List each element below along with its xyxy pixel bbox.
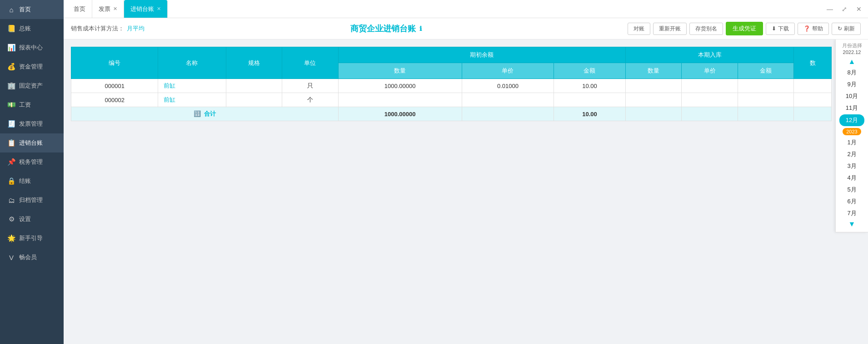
sidebar-item-label: 资金管理 — [19, 63, 43, 71]
cell-spec — [226, 79, 282, 93]
col-ib-price: 单价 — [682, 63, 738, 79]
sidebar-item-label: 报表中心 — [19, 44, 43, 52]
tab-invoice[interactable]: 发票 ✕ — [92, 0, 124, 18]
tab-inventory-close[interactable]: ✕ — [157, 6, 161, 12]
cost-method: 销售成本计算方法： 月平均 — [71, 25, 145, 33]
table-row: 000002 前缸 个 — [71, 93, 832, 107]
col-opening-balance: 期初余额 — [338, 47, 625, 63]
month-item-5[interactable]: 5月 — [836, 184, 868, 196]
col-ib-qty: 数量 — [625, 63, 682, 79]
total-ib-amount — [738, 107, 794, 121]
reconcile-button[interactable]: 对账 — [628, 23, 650, 35]
refresh-button[interactable]: ↻ 刷新 — [832, 23, 861, 35]
col-ob-amount: 金额 — [554, 63, 625, 79]
col-code: 编号 — [71, 47, 158, 79]
cost-method-label: 销售成本计算方法： — [71, 25, 124, 33]
total-ob-price — [462, 107, 554, 121]
minimize-button[interactable]: — — [824, 4, 835, 15]
year-2022-label: 2022.12 — [843, 49, 861, 55]
total-label: 🔢 合计 — [71, 107, 339, 121]
info-icon[interactable]: ℹ — [419, 25, 422, 32]
total-icon: 🔢 — [194, 110, 201, 117]
total-ib-qty — [625, 107, 682, 121]
sidebar-item-closing[interactable]: 🔒 结账 — [0, 172, 64, 191]
close-button[interactable]: ✕ — [853, 4, 864, 15]
sidebar-item-fund-management[interactable]: 💰 资金管理 — [0, 57, 64, 76]
generate-voucher-button[interactable]: 生成凭证 — [726, 22, 763, 35]
sidebar-item-label: 设置 — [19, 215, 31, 223]
month-item-11[interactable]: 11月 — [836, 102, 868, 114]
month-item-1[interactable]: 1月 — [836, 137, 868, 148]
tab-inventory[interactable]: 进销台账 ✕ — [124, 0, 168, 18]
cell-ob-qty — [338, 93, 462, 107]
sidebar-item-tax-management[interactable]: 📌 税务管理 — [0, 152, 64, 172]
cell-ib-amount — [738, 93, 794, 107]
sidebar-item-label: 首页 — [19, 5, 31, 14]
cell-qty3 — [794, 93, 832, 107]
sidebar-item-inventory[interactable]: 📋 进销台账 — [0, 133, 64, 152]
toolbar-actions: 对账 重新开账 存货别名 生成凭证 ⬇ 下载 ❓ 帮助 ↻ 刷新 — [628, 22, 861, 35]
name-link[interactable]: 前缸 — [164, 96, 175, 103]
sidebar-item-report-center[interactable]: 📊 报表中心 — [0, 38, 64, 57]
total-row: 🔢 合计 1000.00000 10.00 — [71, 107, 832, 121]
sidebar-item-label: 税务管理 — [19, 158, 43, 166]
page-title: 商贸企业进销台账 ℹ — [148, 23, 624, 34]
maximize-button[interactable]: ⤢ — [839, 4, 850, 15]
sidebar-item-general-ledger[interactable]: 📒 总账 — [0, 19, 64, 38]
sidebar-item-archive[interactable]: 🗂 归档管理 — [0, 191, 64, 210]
month-item-8[interactable]: 8月 — [836, 67, 868, 79]
total-ob-amount: 10.00 — [554, 107, 625, 121]
sidebar-item-guide[interactable]: 🌟 新手引导 — [0, 229, 64, 248]
cell-code: 000002 — [71, 93, 158, 107]
year-2023-badge: 2023 — [843, 128, 861, 135]
col-current-inbound: 本期入库 — [625, 47, 794, 63]
cell-name: 前缸 — [158, 79, 226, 93]
window-controls: — ⤢ ✕ — [824, 4, 864, 15]
tab-invoice-close[interactable]: ✕ — [113, 6, 117, 12]
month-item-4[interactable]: 4月 — [836, 172, 868, 184]
table-area: 编号 名称 规格 单位 期初余额 本期入库 数 数量 单价 金额 数 — [64, 39, 868, 344]
month-down-button[interactable]: ▼ — [848, 219, 857, 229]
report-icon: 📊 — [7, 44, 15, 52]
month-item-2[interactable]: 2月 — [836, 148, 868, 160]
tab-home[interactable]: 首页 — [67, 0, 92, 18]
month-item-6[interactable]: 6月 — [836, 196, 868, 207]
name-link[interactable]: 前缸 — [164, 82, 175, 89]
sidebar-item-settings[interactable]: ⚙ 设置 — [0, 210, 64, 229]
sidebar-item-label: 发票管理 — [19, 120, 43, 128]
month-item-9[interactable]: 9月 — [836, 79, 868, 90]
cell-code: 000001 — [71, 79, 158, 93]
inventory-table: 编号 名称 规格 单位 期初余额 本期入库 数 数量 单价 金额 数 — [71, 47, 832, 121]
content-area: 销售成本计算方法： 月平均 商贸企业进销台账 ℹ 对账 重新开账 存货别名 生成… — [64, 18, 868, 344]
download-button[interactable]: ⬇ 下载 — [766, 23, 795, 35]
sidebar-item-fixed-assets[interactable]: 🏢 固定资产 — [0, 76, 64, 95]
sidebar-item-member[interactable]: V 畅会员 — [0, 248, 64, 267]
month-item-10[interactable]: 10月 — [836, 90, 868, 102]
col-ob-price: 单价 — [462, 63, 554, 79]
month-item-12[interactable]: 12月 — [839, 114, 864, 126]
fund-icon: 💰 — [7, 63, 15, 71]
cell-ib-price — [682, 93, 738, 107]
sidebar-item-label: 进销台账 — [19, 139, 43, 147]
month-item-7[interactable]: 7月 — [836, 207, 868, 219]
month-item-3[interactable]: 3月 — [836, 160, 868, 172]
invoice-icon: 🧾 — [7, 120, 15, 128]
sidebar-item-label: 结账 — [19, 177, 31, 185]
help-button[interactable]: ❓ 帮助 — [798, 23, 829, 35]
save-alias-button[interactable]: 存货别名 — [689, 23, 723, 35]
cell-spec — [226, 93, 282, 107]
col-ob-qty: 数量 — [338, 63, 462, 79]
reopen-button[interactable]: 重新开账 — [653, 23, 687, 35]
cell-unit: 只 — [282, 79, 339, 93]
cell-ob-amount — [554, 93, 625, 107]
closing-icon: 🔒 — [7, 177, 15, 185]
sidebar-item-home[interactable]: ⌂ 首页 — [0, 0, 64, 19]
ledger-icon: 📒 — [7, 25, 15, 33]
month-up-button[interactable]: ▲ — [848, 57, 857, 67]
sidebar-item-invoice-management[interactable]: 🧾 发票管理 — [0, 114, 64, 133]
col-qty3: 数 — [794, 47, 832, 79]
sidebar-item-label: 总账 — [19, 25, 31, 33]
sidebar-item-payroll[interactable]: 💵 工资 — [0, 95, 64, 114]
cell-ib-qty — [625, 93, 682, 107]
cell-ib-qty — [625, 79, 682, 93]
